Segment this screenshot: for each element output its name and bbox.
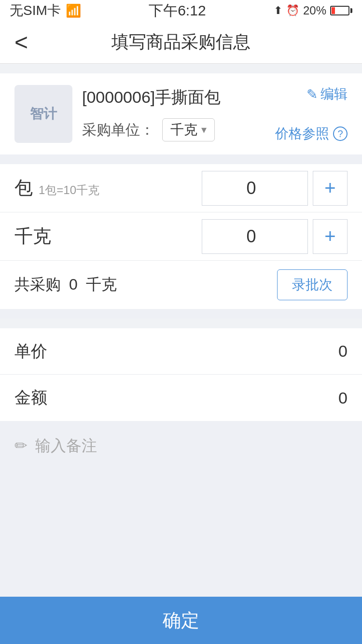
unit-price-row: 单价 0 <box>0 328 362 375</box>
status-left: 无SIM卡 📶 <box>10 1 81 20</box>
info-section: 单价 0 金额 0 <box>0 328 362 421</box>
status-time: 下午6:12 <box>149 1 206 21</box>
price-ref-button[interactable]: 价格参照 ? <box>275 125 348 143</box>
quantity-label-main-kg: 千克 <box>14 224 51 249</box>
quantity-input-bao[interactable] <box>202 171 308 206</box>
amount-value: 0 <box>338 389 348 407</box>
edit-button[interactable]: ✎ 编辑 <box>306 85 348 103</box>
quantity-label-group-bao: 包 1包=10千克 <box>14 176 202 200</box>
back-arrow-icon: < <box>14 29 28 55</box>
unit-value: 千克 <box>170 121 197 139</box>
unit-label: 采购单位： <box>82 120 154 140</box>
section-divider-2 <box>0 309 362 319</box>
product-image: 智计 <box>14 85 72 143</box>
total-text: 共采购 0 千克 <box>14 274 117 295</box>
product-title: 手撕面包 <box>155 88 221 106</box>
battery-percent: 20% <box>303 4 326 17</box>
total-row: 共采购 0 千克 录批次 <box>0 261 362 309</box>
back-button[interactable]: < <box>14 26 38 59</box>
wifi-icon: 📶 <box>66 3 81 18</box>
pencil-icon: ✏ <box>14 436 28 455</box>
battery-icon <box>330 6 352 15</box>
quantity-input-kg[interactable] <box>202 219 308 254</box>
confirm-btn-wrap: 确定 <box>0 597 362 644</box>
page-title: 填写商品采购信息 <box>111 30 251 54</box>
quantity-row-kg: 千克 + <box>0 212 362 261</box>
quantity-plus-kg[interactable]: + <box>313 219 348 254</box>
quantity-section: 包 1包=10千克 + 千克 + 共采购 0 千克 录批次 <box>0 164 362 309</box>
alarm-icon: ⏰ <box>286 4 299 17</box>
product-code: [0000006] <box>82 88 155 106</box>
remark-placeholder: 输入备注 <box>35 435 97 457</box>
quantity-label-main-bao: 包 <box>14 176 33 200</box>
amount-row: 金额 0 <box>0 375 362 421</box>
nav-bar: < 填写商品采购信息 <box>0 21 362 64</box>
section-divider-1 <box>0 154 362 164</box>
quantity-row-bao: 包 1包=10千克 + <box>0 164 362 212</box>
unit-select[interactable]: 千克 ▾ <box>162 118 215 141</box>
unit-price-label: 单价 <box>14 340 47 363</box>
confirm-button[interactable]: 确定 <box>163 608 199 633</box>
chevron-down-icon: ▾ <box>201 124 207 136</box>
amount-label: 金额 <box>14 387 47 409</box>
batch-button[interactable]: 录批次 <box>277 269 348 300</box>
status-right: ⬆ ⏰ 20% <box>274 4 352 17</box>
carrier-text: 无SIM卡 <box>10 1 61 20</box>
product-image-placeholder: 智计 <box>30 105 57 123</box>
price-ref-label: 价格参照 <box>275 125 329 143</box>
remark-section[interactable]: ✏ 输入备注 <box>0 421 362 508</box>
total-unit: 千克 <box>86 276 117 293</box>
quantity-input-wrap-kg: + <box>202 219 348 254</box>
total-prefix: 共采购 <box>14 276 61 293</box>
quantity-label-group-kg: 千克 <box>14 224 202 249</box>
quantity-label-sub-bao: 1包=10千克 <box>39 182 99 198</box>
location-icon: ⬆ <box>274 4 282 17</box>
question-icon: ? <box>337 128 343 140</box>
status-bar: 无SIM卡 📶 下午6:12 ⬆ ⏰ 20% <box>0 0 362 21</box>
unit-price-value: 0 <box>338 342 348 361</box>
quantity-input-wrap-bao: + <box>202 171 348 206</box>
edit-icon: ✎ <box>306 86 318 102</box>
total-value: 0 <box>69 276 78 293</box>
edit-label: 编辑 <box>320 85 348 103</box>
price-ref-icon: ? <box>333 126 348 141</box>
quantity-plus-bao[interactable]: + <box>313 171 348 206</box>
product-card: 智计 [0000006]手撕面包 采购单位： 千克 ▾ ✎ 编辑 价格参照 ? <box>0 73 362 154</box>
